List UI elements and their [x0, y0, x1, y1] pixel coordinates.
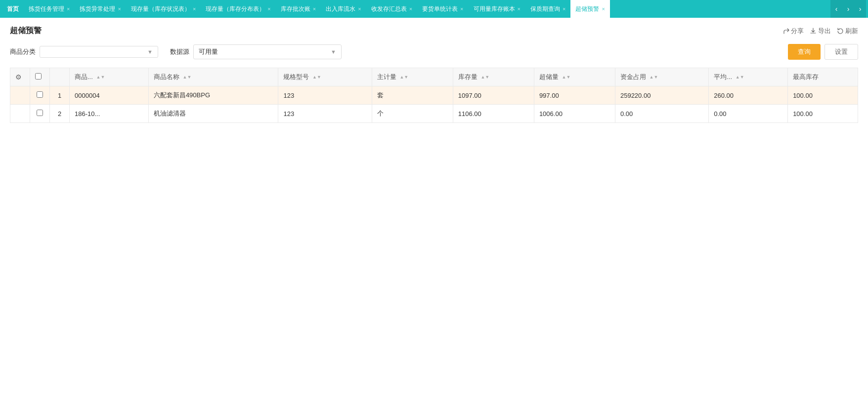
gear-icon[interactable]: ⚙ [15, 73, 22, 81]
query-button[interactable]: 查询 [788, 44, 821, 60]
sort-overstock-icon[interactable]: ▲▼ [562, 75, 571, 79]
nav-task-mgmt[interactable]: 拣货任务管理 × [24, 0, 75, 18]
th-unit: 主计量 ▲▼ [372, 68, 453, 86]
th-capital: 资金占用 ▲▼ [615, 68, 708, 86]
close-overstock-warning[interactable]: × [602, 6, 605, 12]
cell-product-name-1: 机油滤清器 [148, 105, 278, 123]
close-inventory-status[interactable]: × [193, 6, 196, 12]
th-product-name: 商品名称 ▲▼ [148, 68, 278, 86]
category-filter-group: 商品分类 ▼ [10, 46, 158, 58]
close-in-out-flow[interactable]: × [358, 6, 361, 12]
table-header-row: ⚙ 商品... ▲▼ 商品名称 ▲▼ 规格型号 ▲▼ [10, 68, 858, 86]
export-icon [810, 28, 817, 35]
th-spec: 规格型号 ▲▼ [278, 68, 372, 86]
cell-checkbox-0 [30, 86, 50, 105]
row-checkbox-1[interactable] [37, 110, 43, 116]
sort-capital-icon[interactable]: ▲▼ [650, 75, 658, 79]
th-checkbox [30, 68, 50, 86]
cell-inventory-0: 1097.00 [453, 86, 534, 105]
filter-row: 商品分类 ▼ 数据源 可用量 ▼ 查询 设置 [10, 44, 858, 60]
cell-spec-0: 123 [278, 86, 372, 105]
th-overstock: 超储量 ▲▼ [534, 68, 615, 86]
nav-available-ledger[interactable]: 可用量库存账本 × [469, 0, 525, 18]
settings-button[interactable]: 设置 [825, 44, 858, 60]
th-product-code: 商品... ▲▼ [70, 68, 149, 86]
cell-avg-1: 0.00 [709, 105, 788, 123]
cell-gear-1 [10, 105, 30, 123]
close-order-stats[interactable]: × [460, 6, 463, 12]
sort-inventory-icon[interactable]: ▲▼ [480, 75, 489, 79]
cell-overstock-1: 1006.00 [534, 105, 615, 123]
sort-spec-icon[interactable]: ▲▼ [312, 75, 321, 79]
close-exception[interactable]: × [118, 6, 121, 12]
close-task-mgmt[interactable]: × [67, 6, 70, 12]
header-actions: 分享 导出 刷新 [782, 27, 858, 36]
cell-unit-1: 个 [372, 105, 453, 123]
export-button[interactable]: 导出 [810, 27, 831, 36]
cell-capital-1: 0.00 [615, 105, 708, 123]
cell-product-name-0: 六配套新昌490BPG [148, 86, 278, 105]
close-shelf-life[interactable]: × [563, 6, 565, 12]
cell-product-code-0: 0000004 [70, 86, 149, 105]
page-title: 超储预警 [10, 26, 42, 36]
cell-inventory-1: 1106.00 [453, 105, 534, 123]
th-inventory: 库存量 ▲▼ [453, 68, 534, 86]
row-checkbox-0[interactable] [37, 91, 43, 98]
th-no [50, 68, 70, 86]
table-row: 1 0000004 六配套新昌490BPG 123 套 1097.00 997.… [10, 86, 858, 105]
close-available-ledger[interactable]: × [518, 6, 521, 12]
data-table: ⚙ 商品... ▲▼ 商品名称 ▲▼ 规格型号 ▲▼ [10, 68, 858, 123]
cell-no-1: 2 [50, 105, 70, 123]
nav-overstock-warning[interactable]: 超储预警 × [570, 0, 609, 18]
nav-shelf-life[interactable]: 保质期查询 × [525, 0, 570, 18]
sort-product-name-icon[interactable]: ▲▼ [183, 75, 192, 79]
datasource-select[interactable]: 可用量 ▼ [193, 44, 342, 59]
cell-product-code-1: 186-10... [70, 105, 149, 123]
refresh-icon [837, 28, 844, 35]
nav-prev-button[interactable]: ‹ [830, 0, 842, 18]
nav-exception[interactable]: 拣货异常处理 × [75, 0, 126, 18]
th-gear: ⚙ [10, 68, 30, 86]
cell-max-stock-1: 100.00 [788, 105, 858, 123]
nav-arrows: ‹ › › [830, 0, 866, 18]
close-inventory-dist[interactable]: × [267, 6, 270, 12]
top-nav: 首页 拣货任务管理 × 拣货异常处理 × 现存量（库存状况表） × 现存量（库存… [0, 0, 868, 18]
th-max-stock: 最高库存 [788, 68, 858, 86]
cell-unit-0: 套 [372, 86, 453, 105]
cell-gear-0 [10, 86, 30, 105]
cell-avg-0: 260.00 [709, 86, 788, 105]
category-label: 商品分类 [10, 47, 36, 56]
close-collect-summary[interactable]: × [409, 6, 412, 12]
share-icon [782, 28, 789, 35]
cell-max-stock-0: 100.00 [788, 86, 858, 105]
share-button[interactable]: 分享 [782, 27, 804, 36]
cell-overstock-0: 997.00 [534, 86, 615, 105]
datasource-chevron-icon: ▼ [331, 49, 336, 55]
nav-more-button[interactable]: › [854, 0, 866, 18]
sort-avg-icon[interactable]: ▲▼ [736, 75, 744, 79]
nav-home[interactable]: 首页 [2, 0, 24, 18]
page-content: 超储预警 分享 导出 刷新 商品 [0, 18, 868, 395]
nav-next-button[interactable]: › [842, 0, 854, 18]
select-all-checkbox[interactable] [35, 73, 42, 79]
cell-no-0: 1 [50, 86, 70, 105]
sort-product-code-icon[interactable]: ▲▼ [96, 75, 105, 79]
datasource-filter-group: 数据源 可用量 ▼ [170, 44, 342, 59]
nav-collect-summary[interactable]: 收发存汇总表 × [366, 0, 417, 18]
nav-order-stats[interactable]: 要货单统计表 × [417, 0, 468, 18]
nav-inventory-status[interactable]: 现存量（库存状况表） × [126, 0, 201, 18]
cell-capital-0: 259220.00 [615, 86, 708, 105]
table-row: 2 186-10... 机油滤清器 123 个 1106.00 1006.00 … [10, 105, 858, 123]
datasource-label: 数据源 [170, 47, 189, 56]
nav-batch-ledger[interactable]: 库存批次账 × [276, 0, 321, 18]
nav-inventory-dist[interactable]: 现存量（库存分布表） × [201, 0, 275, 18]
th-avg: 平均... ▲▼ [709, 68, 788, 86]
category-select[interactable]: ▼ [40, 46, 158, 58]
sort-unit-icon[interactable]: ▲▼ [399, 75, 408, 79]
cell-checkbox-1 [30, 105, 50, 123]
nav-in-out-flow[interactable]: 出入库流水 × [321, 0, 366, 18]
filter-actions: 查询 设置 [788, 44, 858, 60]
refresh-button[interactable]: 刷新 [837, 27, 858, 36]
close-batch-ledger[interactable]: × [313, 6, 316, 12]
cell-spec-1: 123 [278, 105, 372, 123]
